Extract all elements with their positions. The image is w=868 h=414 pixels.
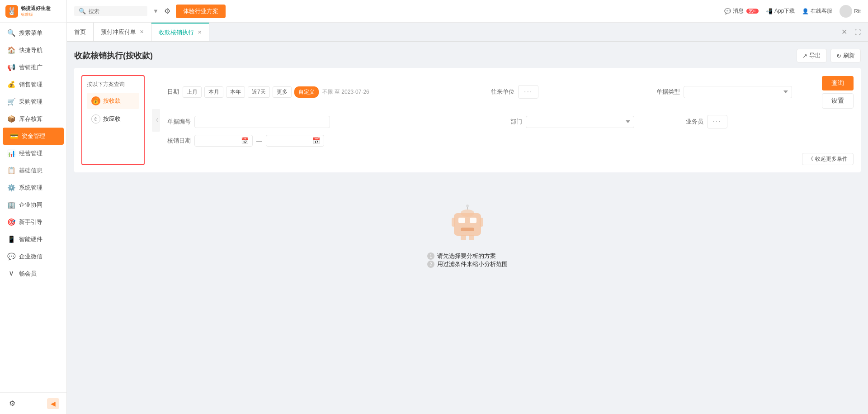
verify-date-start-wrap[interactable]: 2023-03-01 📅: [194, 135, 253, 147]
counterpart-label: 往来单位: [491, 88, 514, 96]
user-avatar: [840, 5, 852, 18]
date-last-7-days-btn[interactable]: 近7天: [248, 86, 270, 98]
verify-date-end-input[interactable]: 2023-07-21: [270, 138, 311, 144]
topbar-dropdown-icon[interactable]: ▼: [153, 8, 159, 14]
sidebar-item-label: 系统管理: [19, 184, 42, 192]
logo-text-block: 畅捷通好生意 标准版: [21, 5, 51, 18]
sidebar-item-label: 企业微信: [19, 252, 42, 261]
filter-by-receipt-label: 按收款: [103, 97, 121, 105]
svg-rect-1: [458, 218, 465, 223]
marketing-icon: 📢: [7, 63, 15, 71]
wechat-icon: 💬: [7, 252, 15, 261]
sidebar-item-operations[interactable]: 📊 经营管理: [0, 145, 66, 162]
sidebar-nav: 🔍 搜索菜单 🏠 快捷导航 📢 营销推广 💰 销售管理 🛒 采购管理 📦 库存核…: [0, 23, 66, 392]
sidebar-item-hardware[interactable]: 📱 智能硬件: [0, 231, 66, 248]
filter-form: 日期 上月 本月 本年 近7天 更多 自定义 不限 至 2023-07-26 往…: [167, 75, 854, 165]
sidebar-item-finance[interactable]: 💳 资金管理: [3, 128, 64, 145]
topbar-app-download[interactable]: 📲 App下载: [766, 7, 795, 15]
sales-icon: 💰: [7, 81, 15, 89]
tab-prepay-close[interactable]: ✕: [140, 29, 144, 35]
sidebar-item-label: 采购管理: [19, 98, 42, 106]
sidebar-item-system[interactable]: ⚙️ 系统管理: [0, 179, 66, 196]
export-btn[interactable]: ↗ 导出: [797, 49, 827, 62]
svg-rect-4: [452, 218, 455, 227]
salesperson-label: 业务员: [686, 118, 703, 126]
app-icon: 📲: [766, 8, 773, 14]
sidebar-item-enterprise[interactable]: 🏢 企业协同: [0, 196, 66, 214]
query-btn[interactable]: 查询: [822, 76, 854, 90]
logo-badge: 标准版: [21, 12, 51, 18]
dept-label: 部门: [510, 118, 522, 126]
topbar-search-icon: 🔍: [79, 8, 86, 14]
empty-state: 1 请先选择要分析的方案 2 用过滤条件来缩小分析范围: [74, 172, 861, 295]
sidebar-item-label: 新手引导: [19, 218, 42, 226]
topbar-search-input[interactable]: [89, 8, 143, 14]
verify-date-end-wrap[interactable]: 2023-07-21 📅: [266, 135, 324, 147]
sidebar-collapse-btn[interactable]: ◀: [47, 398, 59, 409]
sidebar-footer: ⚙ ◀: [0, 392, 66, 414]
sidebar-item-guide[interactable]: 🎯 新手引导: [0, 214, 66, 231]
sidebar-item-quick-nav[interactable]: 🏠 快捷导航: [0, 42, 66, 59]
sidebar-item-label: 销售管理: [19, 81, 42, 89]
tab-receivable-close[interactable]: ✕: [198, 29, 202, 35]
filter-by-receipt[interactable]: 💰 按收款: [87, 93, 139, 109]
topbar-messages[interactable]: 💬 消息 99+: [724, 7, 759, 15]
sidebar-item-member[interactable]: V 畅会员: [0, 265, 66, 282]
sidebar-item-purchase[interactable]: 🛒 采购管理: [0, 93, 66, 110]
page-actions: ↗ 导出 ↻ 刷新: [797, 49, 861, 62]
date-more-btn[interactable]: 更多: [273, 86, 292, 98]
settings-btn[interactable]: 设置: [822, 93, 854, 109]
topbar-user[interactable]: Rit: [840, 5, 861, 18]
collapse-more-area: 《 收起更多条件: [167, 153, 854, 165]
sidebar-item-marketing[interactable]: 📢 营销推广: [0, 59, 66, 76]
verify-date-range: 2023-03-01 📅 — 2023-07-21 📅: [194, 135, 324, 147]
tab-close-all-btn[interactable]: ✕: [840, 26, 849, 38]
topbar-online-service[interactable]: 👤 在线客服: [802, 7, 832, 15]
sidebar-item-sales[interactable]: 💰 销售管理: [0, 76, 66, 93]
date-this-year-btn[interactable]: 本年: [226, 86, 245, 98]
verify-date-start-cal-icon[interactable]: 📅: [241, 137, 249, 144]
tab-home-label: 首页: [74, 28, 86, 36]
docno-input[interactable]: [194, 116, 330, 128]
filter-verify-date-field: 核销日期 2023-03-01 📅 — 2023-07-21 📅: [167, 135, 854, 147]
verify-date-start-input[interactable]: 2023-03-01: [198, 138, 239, 144]
sidebar-item-inventory[interactable]: 📦 库存核算: [0, 110, 66, 128]
filter-by-receivable-label: 按应收: [103, 115, 121, 123]
tab-prepay-label: 预付冲应付单: [101, 28, 136, 36]
logo-icon: 🐰: [5, 5, 18, 18]
tab-expand-btn[interactable]: ⛶: [853, 27, 863, 38]
salesperson-select-btn[interactable]: ···: [707, 115, 727, 128]
date-last-month-btn[interactable]: 上月: [183, 86, 202, 98]
filter-by-receivable[interactable]: ⏱ 按应收: [87, 111, 139, 127]
doctype-select[interactable]: [684, 86, 792, 98]
counterpart-select-btn[interactable]: ···: [518, 85, 538, 99]
topbar-industry-btn[interactable]: 体验行业方案: [176, 5, 226, 18]
quick-nav-icon: 🏠: [7, 46, 15, 54]
doctype-label: 单据类型: [656, 88, 680, 96]
guide-icon: 🎯: [7, 218, 15, 226]
sidebar-item-wechat[interactable]: 💬 企业微信: [0, 248, 66, 265]
service-icon: 👤: [802, 8, 809, 14]
tab-home[interactable]: 首页: [67, 23, 94, 41]
sidebar-item-search-menu[interactable]: 🔍 搜索菜单: [0, 24, 66, 42]
svg-rect-6: [461, 235, 466, 240]
topbar-settings-btn[interactable]: ⚙: [164, 7, 170, 15]
refresh-btn[interactable]: ↻ 刷新: [830, 49, 861, 62]
content-area: 收款核销执行(按收款) ↗ 导出 ↻ 刷新 按以下方案查询 💰 按收款: [67, 42, 868, 414]
sidebar-item-label: 资金管理: [22, 132, 45, 140]
date-this-month-btn[interactable]: 本月: [204, 86, 223, 98]
tab-prepay[interactable]: 预付冲应付单 ✕: [94, 23, 151, 41]
date-custom-btn[interactable]: 自定义: [294, 86, 319, 98]
tip2-num: 2: [427, 261, 434, 268]
operations-icon: 📊: [7, 149, 15, 157]
svg-rect-7: [469, 235, 474, 240]
collapse-more-btn[interactable]: 《 收起更多条件: [802, 153, 854, 165]
sidebar-collapse-toggle[interactable]: 《: [152, 109, 160, 132]
sidebar-settings-btn[interactable]: ⚙: [7, 397, 17, 409]
tab-receivable[interactable]: 收款核销执行 ✕: [151, 23, 209, 41]
verify-date-end-cal-icon[interactable]: 📅: [312, 137, 320, 144]
dept-select[interactable]: [526, 116, 634, 128]
sidebar-item-basic-info[interactable]: 📋 基础信息: [0, 162, 66, 179]
topbar-search-box[interactable]: 🔍: [74, 6, 147, 16]
collapse-more-label: 收起更多条件: [815, 155, 848, 163]
